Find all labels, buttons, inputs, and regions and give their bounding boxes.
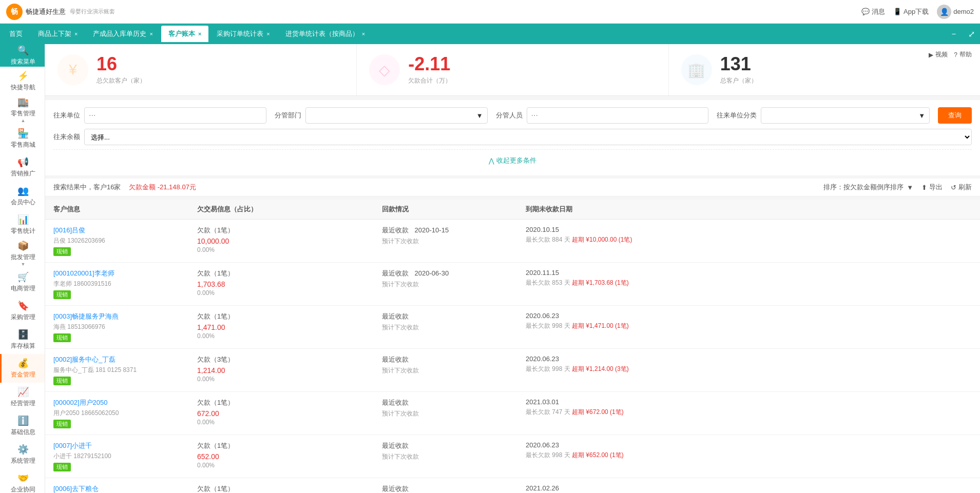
overdue-link-4[interactable]: 超期 ¥1,214.00 (3笔)	[572, 365, 629, 372]
tab-inventory-stat[interactable]: 进货单统计表（按商品） ×	[278, 26, 372, 42]
results-count: 搜索结果中，客户16家	[53, 183, 121, 191]
export-button[interactable]: ⬆ 导出	[921, 183, 943, 192]
video-button[interactable]: ▶ 视频	[929, 50, 948, 59]
customer-phone-6: 小进千 18279152100	[53, 452, 197, 461]
close-icon[interactable]: ×	[74, 31, 78, 37]
overdue-date-4: 2020.06.23	[526, 355, 972, 363]
refresh-label: 刷新	[958, 183, 972, 192]
sidebar-item-stock[interactable]: 🗄️ 库存核算	[0, 325, 45, 354]
overdue-date-1: 2020.10.15	[526, 226, 972, 233]
sidebar-item-ecommerce[interactable]: 🛒 电商管理	[0, 268, 45, 297]
tab-inventory-stat-label: 进货单统计表（按商品）	[285, 29, 359, 38]
ecommerce-icon: 🛒	[17, 271, 29, 283]
recovery-info-3: 最近收款 预计下次收款	[382, 312, 526, 332]
close-icon[interactable]: ×	[149, 31, 152, 37]
person-input[interactable]: ···	[527, 107, 709, 124]
debt-info-7: 欠款（1笔） 455.90 0.00%	[197, 484, 382, 493]
sidebar-item-basic-info[interactable]: ℹ️ 基础信息	[0, 411, 45, 440]
customer-name-7[interactable]: [0006]去下粮仓	[53, 485, 99, 492]
batch-mgmt-icon: 📦	[17, 240, 29, 251]
overdue-link-6[interactable]: 超期 ¥652.00 (1笔)	[572, 451, 624, 459]
overdue-link-5[interactable]: 超期 ¥672.00 (1笔)	[572, 408, 624, 416]
tab-product-instock[interactable]: 产成品入库单历史 ×	[86, 26, 160, 42]
overdue-link-3[interactable]: 超期 ¥1,471.00 (1笔)	[572, 322, 629, 329]
debt-amount-6: 652.00	[197, 452, 382, 461]
customer-name-5[interactable]: [000002]用户2050	[53, 399, 108, 406]
table-header: 客户信息 欠交易信息（占比） 回款情况 到期未收款日期	[45, 200, 980, 220]
stat-info-customers: 131 总客户（家）	[720, 55, 757, 85]
collapse-button[interactable]: ⋀ 收起更多条件	[53, 153, 972, 168]
customer-name-2[interactable]: [0001020001]李老师	[53, 269, 114, 277]
sidebar-item-batch-mgmt[interactable]: 📦 批发管理 ▼	[0, 239, 45, 268]
messages-label: 消息	[872, 7, 885, 16]
customer-name-4[interactable]: [0002]服务中心_丁磊	[53, 356, 116, 363]
supplier-input[interactable]: ···	[84, 107, 266, 124]
header-overdue: 到期未收款日期	[526, 205, 972, 214]
stat-info-total: -2.11 欠款合计（万）	[408, 55, 451, 85]
sidebar-item-operations[interactable]: 📈 经营管理	[0, 383, 45, 411]
tab-purchase-order[interactable]: 采购订单统计表 ×	[209, 26, 277, 42]
tab-customer-account[interactable]: 客户账本 ×	[161, 26, 208, 42]
app-download-button[interactable]: 📱 App下载	[893, 7, 929, 16]
close-icon[interactable]: ×	[362, 31, 365, 37]
sidebar-quick-nav[interactable]: ⚡ 快捷导航	[0, 67, 45, 95]
refresh-button[interactable]: ↺ 刷新	[951, 183, 972, 192]
sidebar-item-finance[interactable]: 💰 资金管理	[0, 354, 45, 383]
sidebar-item-marketing[interactable]: 📢 营销推广	[0, 153, 45, 182]
system-icon: ⚙️	[17, 444, 29, 455]
expand-icon2: ▼	[21, 262, 26, 267]
balance-select[interactable]: 选择...	[84, 129, 972, 145]
marketing-label: 营销推广	[11, 169, 35, 178]
customer-name-1[interactable]: [0016]吕俊	[53, 226, 85, 234]
sidebar-item-retail-mgmt[interactable]: 🏬 零售管理 ▲	[0, 95, 45, 124]
stat-icon-debt: ¥	[57, 54, 88, 85]
tab-product-offshelf[interactable]: 商品上下架 ×	[31, 26, 85, 42]
dept-select[interactable]: ▼	[305, 107, 488, 124]
debt-count-6: 欠款（1笔）	[197, 441, 382, 450]
stat-card-debt-total: ◇ -2.11 欠款合计（万）	[357, 44, 668, 95]
stat-number-debt-customers: 16	[97, 55, 146, 73]
messages-button[interactable]: 💬 消息	[861, 7, 885, 16]
customer-name-6[interactable]: [0007]小进千	[53, 442, 92, 449]
tab-home[interactable]: 首页	[2, 26, 30, 42]
recovery-label-6: 最近收款	[382, 441, 526, 450]
results-amount: 欠款金额 -21,148.07元	[129, 183, 196, 191]
sidebar-item-member[interactable]: 👥 会员中心	[0, 182, 45, 210]
export-icon: ⬆	[921, 184, 927, 191]
logo-text: 畅捷通好生意	[26, 7, 66, 16]
tab-maximize-button[interactable]: ⤢	[965, 29, 978, 39]
overdue-link-2[interactable]: 超期 ¥1,703.68 (1笔)	[572, 279, 629, 286]
sort-selector[interactable]: 排序：按欠款金额倒序排序 ▼	[823, 183, 913, 192]
tab-minimize-button[interactable]: －	[947, 29, 961, 40]
query-button[interactable]: 查询	[938, 107, 972, 124]
sidebar-item-purchase[interactable]: 🔖 采购管理	[0, 297, 45, 325]
sidebar-item-enterprise[interactable]: 🤝 企业协同	[0, 469, 45, 493]
category-select[interactable]: ▼	[761, 107, 930, 124]
company-name: 母婴行业演示账套	[70, 8, 115, 15]
top-right-actions: 💬 消息 📱 App下载 👤 demo2	[861, 5, 974, 19]
retail-mgmt-icon: 🏬	[17, 96, 29, 108]
chevron-down-icon2: ▼	[918, 112, 925, 120]
help-button[interactable]: ? 帮助	[954, 50, 972, 59]
customer-phone-2: 李老师 18600391516	[53, 280, 197, 288]
tab-product-offshelf-label: 商品上下架	[38, 29, 71, 38]
results-bar: 搜索结果中，客户16家 欠款金额 -21,148.07元 排序：按欠款金额倒序排…	[45, 179, 980, 196]
sidebar-item-system[interactable]: ⚙️ 系统管理	[0, 440, 45, 469]
supplier-dots: ···	[89, 111, 95, 120]
close-icon[interactable]: ×	[266, 31, 270, 37]
sidebar-item-retail-store[interactable]: 🏪 零售商城	[0, 124, 45, 153]
balance-label: 往来余额	[53, 132, 80, 142]
customer-name-3[interactable]: [0003]畅捷服务尹海燕	[53, 312, 119, 320]
retail-stat-label: 零售统计	[11, 227, 35, 235]
retail-store-label: 零售商城	[11, 141, 35, 149]
close-icon[interactable]: ×	[198, 31, 201, 37]
customer-phone-4: 服务中心_丁磊 181 0125 8371	[53, 366, 197, 374]
sidebar-search-menu[interactable]: 🔍 搜索菜单	[0, 44, 45, 67]
tab-product-instock-label: 产成品入库单历史	[93, 29, 146, 38]
overdue-link-1[interactable]: 超期 ¥10,000.00 (1笔)	[572, 236, 632, 243]
person-dots: ···	[531, 111, 538, 120]
overdue-detail-2: 最长欠款 853 天 超期 ¥1,703.68 (1笔)	[526, 279, 972, 287]
user-menu[interactable]: 👤 demo2	[937, 5, 974, 19]
collapse-label: 收起更多条件	[496, 156, 536, 165]
sidebar-item-retail-stat[interactable]: 📊 零售统计	[0, 210, 45, 239]
